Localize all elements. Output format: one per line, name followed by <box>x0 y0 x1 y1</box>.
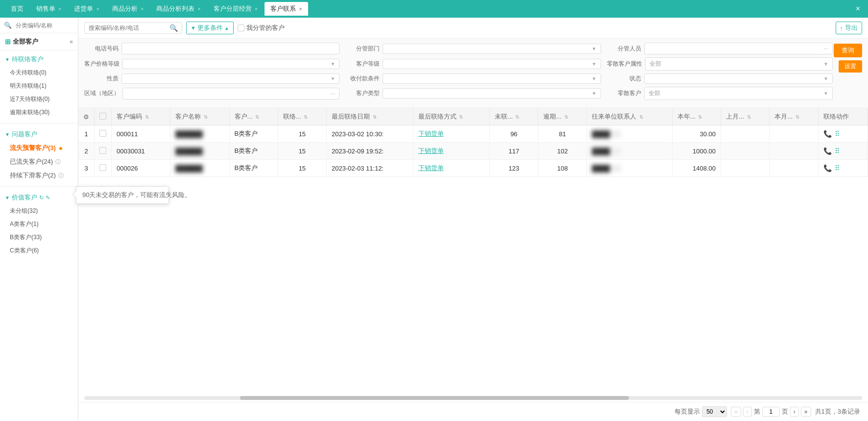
td-check-2[interactable] <box>95 143 112 160</box>
sort-contact-person-icon[interactable]: ⇅ <box>639 114 643 120</box>
dots-person[interactable]: ··· <box>823 45 828 52</box>
nav-tab-analysis-list[interactable]: 商品分析列表 × <box>150 2 206 16</box>
sort-code-icon[interactable]: ⇅ <box>145 114 149 120</box>
last-page-button[interactable]: » <box>801 407 811 417</box>
sidebar-collapse-icon[interactable]: « <box>70 38 73 45</box>
close-purchase-tab[interactable]: × <box>96 6 99 12</box>
checkbox-my-customers[interactable] <box>238 25 244 31</box>
sidebar-item-churned[interactable]: 已流失客户(24) ⓘ <box>0 155 78 169</box>
sidebar-search-input[interactable] <box>14 22 74 29</box>
nav-tab-purchase[interactable]: 进货单 × <box>68 2 105 16</box>
th-checkbox[interactable] <box>95 108 112 125</box>
sidebar-item-ungrouped[interactable]: 未分组(32) <box>0 204 78 218</box>
sort-contact-icon[interactable]: ⇅ <box>304 114 308 120</box>
search-input[interactable] <box>89 25 169 31</box>
select-cust-level[interactable]: ▼ <box>383 59 601 69</box>
sidebar-item-overdue[interactable]: 逾期未联络(30) <box>0 106 78 119</box>
close-customer-contact-tab[interactable]: × <box>299 6 302 12</box>
select-cust-type[interactable]: ▼ <box>383 88 601 99</box>
sidebar-item-churn-warning[interactable]: 流失预警客户(3) <box>0 141 78 155</box>
row-checkbox-1[interactable] <box>99 130 106 137</box>
select-person[interactable]: ··· <box>644 43 833 54</box>
header-checkbox[interactable] <box>99 113 106 120</box>
page-number-input[interactable] <box>762 407 780 417</box>
th-gear[interactable]: ⚙ <box>78 108 95 125</box>
dots-region[interactable]: ··· <box>330 90 335 97</box>
prev-page-button[interactable]: ‹ <box>743 407 752 417</box>
close-analysis-tab[interactable]: × <box>141 6 144 12</box>
sort-last-date-icon[interactable]: ⇅ <box>373 114 377 120</box>
menu-icon-1[interactable]: ⠿ <box>835 130 840 138</box>
sidebar-item-b-class[interactable]: B类客户(33) <box>0 231 78 244</box>
close-sales-tab[interactable]: × <box>58 6 61 12</box>
chevron-retail-cust: ▼ <box>823 91 828 96</box>
row-checkbox-3[interactable] <box>99 164 106 171</box>
first-page-button[interactable]: « <box>731 407 741 417</box>
select-nature[interactable]: ▼ <box>121 74 339 84</box>
phone-icon-1[interactable]: 📞 <box>823 130 832 138</box>
sort-name-icon[interactable]: ⇅ <box>204 114 208 120</box>
sidebar-group-pending-header[interactable]: ▼ 待联络客户 <box>0 52 78 66</box>
nav-tab-customer-tier[interactable]: 客户分层经营 × <box>208 2 264 16</box>
td-last-method-1[interactable]: 下销货单 <box>413 125 489 143</box>
edit-icon[interactable]: ✎ <box>46 195 50 201</box>
menu-icon-3[interactable]: ⠿ <box>835 164 840 172</box>
sidebar-item-declining[interactable]: 持续下滑客户(2) ⓘ <box>0 169 78 182</box>
td-check-1[interactable] <box>95 125 112 143</box>
nav-tab-customer-contact[interactable]: 客户联系 × <box>265 2 308 16</box>
sort-this-year-icon[interactable]: ⇅ <box>698 114 702 120</box>
my-customers-toggle[interactable]: 我分管的客户 <box>238 24 285 32</box>
close-analysis-list-tab[interactable]: × <box>197 6 200 12</box>
sidebar-item-7days[interactable]: 近7天待联络(0) <box>0 93 78 106</box>
sidebar-item-a-class[interactable]: A类客户(1) <box>0 218 78 231</box>
search-button[interactable]: 🔍 <box>169 24 178 32</box>
h-scrollbar-thumb[interactable] <box>240 396 629 400</box>
export-button[interactable]: ↑ 导出 <box>836 22 863 34</box>
sidebar-group-problem-header[interactable]: ▼ 问题客户 <box>0 127 78 141</box>
close-customer-tier-tab[interactable]: × <box>255 6 258 12</box>
phone-icon-2[interactable]: 📞 <box>823 147 832 155</box>
sort-this-month-icon[interactable]: ⇅ <box>796 114 799 120</box>
select-price-level[interactable]: ▼ <box>122 59 339 69</box>
window-close-button[interactable]: × <box>852 4 864 13</box>
nav-tab-analysis[interactable]: 商品分析 × <box>106 2 149 16</box>
td-last-method-3[interactable]: 下销货单 <box>413 160 489 177</box>
refresh-icon[interactable]: ↻ <box>39 195 44 201</box>
phone-icon-3[interactable]: 📞 <box>823 164 832 172</box>
select-retail-cust[interactable]: 全部 ▼ <box>644 87 833 100</box>
sidebar-group-value-header[interactable]: ▼ 价值客户 ↻ ✎ <box>0 191 78 204</box>
select-retail-attr[interactable]: 全部 ▼ <box>645 57 833 71</box>
menu-icon-2[interactable]: ⠿ <box>835 147 840 155</box>
select-status[interactable]: ▼ <box>644 74 833 84</box>
per-page-select[interactable]: 50 100 200 <box>702 406 727 417</box>
sort-type-icon[interactable]: ⇅ <box>255 114 259 120</box>
settings-button[interactable]: 设置 <box>839 60 862 73</box>
sidebar-item-today[interactable]: 今天待联络(0) <box>0 66 78 79</box>
select-dept[interactable]: ▼ <box>383 44 601 54</box>
input-phone[interactable] <box>121 43 339 54</box>
td-action-1: 📞 ⠿ <box>818 125 868 143</box>
more-conditions-btn[interactable]: ▼ 更多条件 ▲ <box>186 22 234 34</box>
td-index-2: 2 <box>78 143 95 160</box>
gear-icon[interactable]: ⚙ <box>83 113 89 121</box>
nav-home[interactable]: 首页 <box>4 4 30 13</box>
select-payment[interactable]: ▼ <box>383 74 601 84</box>
th-contact: 联络... ⇅ <box>278 108 326 125</box>
sidebar-item-c-class[interactable]: C类客户(6) <box>0 244 78 257</box>
sort-not-contact-icon[interactable]: ⇅ <box>515 114 519 120</box>
nav-tab-sales[interactable]: 销售单 × <box>30 2 67 16</box>
td-check-3[interactable] <box>95 160 112 177</box>
sidebar-item-tomorrow[interactable]: 明天待联络(1) <box>0 79 78 93</box>
sort-overdue-icon[interactable]: ⇅ <box>564 114 568 120</box>
arrow-icon-3: ▼ <box>5 195 10 200</box>
h-scrollbar[interactable] <box>84 396 862 400</box>
next-page-button[interactable]: › <box>790 407 799 417</box>
query-button[interactable]: 查询 <box>834 44 862 57</box>
sort-last-month-icon[interactable]: ⇅ <box>747 114 751 120</box>
td-last-method-2[interactable]: 下销货单 <box>413 143 489 160</box>
sort-last-method-icon[interactable]: ⇅ <box>459 114 463 120</box>
td-overdue-3: 108 <box>538 160 587 177</box>
action-icons-1: 📞 ⠿ <box>823 130 863 138</box>
row-checkbox-2[interactable] <box>99 147 106 154</box>
select-region[interactable]: ··· <box>122 88 339 99</box>
